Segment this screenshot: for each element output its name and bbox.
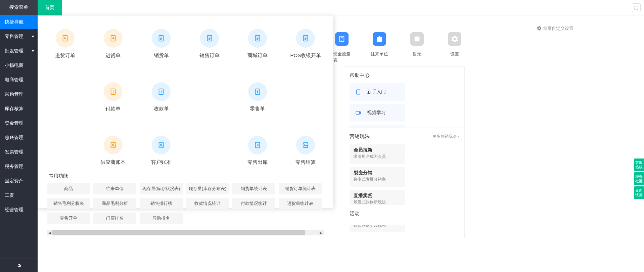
- common-fn-button[interactable]: 收款情况统计: [186, 198, 229, 209]
- common-fn-button[interactable]: 销售毛利分析表: [47, 198, 90, 209]
- tab-home[interactable]: 首页: [38, 0, 62, 15]
- common-fn-button[interactable]: 销售排行榜: [140, 198, 183, 209]
- marketing-title: 直播卖货: [354, 193, 401, 199]
- marketing-desc: 场景式购物新玩法: [354, 200, 386, 205]
- scroll-thumb[interactable]: [52, 230, 305, 235]
- common-fn-button[interactable]: 门店排名: [93, 213, 136, 224]
- flow-label: 零售单: [250, 106, 265, 112]
- tab-home-label: 首页: [45, 5, 54, 11]
- sidebar-item-0[interactable]: 快捷导航: [0, 15, 38, 29]
- sidebar-item-6[interactable]: 库存核算: [0, 101, 38, 116]
- scroll-track[interactable]: [52, 230, 318, 235]
- sidebar-settings-button[interactable]: [0, 259, 38, 272]
- common-fn-button[interactable]: 现存量(库存状况表): [140, 183, 183, 194]
- flow-node[interactable]: 收款单: [137, 82, 185, 112]
- common-functions-title: 常用功能: [41, 166, 330, 183]
- sidebar-item-7[interactable]: 资金管理: [0, 116, 38, 130]
- common-fn-button[interactable]: 往来单位: [93, 183, 136, 194]
- sidebar: 搜索菜单 快捷导航零售管理批发管理小畅电商电商管理采购管理库存核算资金管理总账管…: [0, 0, 38, 272]
- sidebar-item-label: 采购管理: [5, 91, 24, 97]
- svg-rect-17: [356, 111, 360, 115]
- common-fn-button[interactable]: 付款情况统计: [232, 198, 275, 209]
- sidebar-item-11[interactable]: 固定资产: [0, 174, 38, 188]
- flow-label: 客户账本: [151, 159, 171, 166]
- flow-label: 进货单: [105, 52, 121, 59]
- sidebar-item-9[interactable]: 发票管理: [0, 145, 38, 159]
- flow-icon: [248, 82, 267, 101]
- flow-node[interactable]: 销货单: [137, 29, 185, 59]
- sidebar-item-1[interactable]: 零售管理: [0, 29, 38, 44]
- scroll-left-button[interactable]: ◀: [47, 230, 52, 235]
- marketing-desc: 裂变式发展分销商: [354, 177, 386, 182]
- flow-label: 零售出库: [247, 159, 268, 166]
- flow-node[interactable]: 进货单: [89, 29, 137, 59]
- flow-node[interactable]: 付款单: [89, 82, 137, 112]
- float-tab[interactable]: 客服热线: [634, 158, 644, 171]
- flow-node[interactable]: 供应商账本: [89, 136, 137, 166]
- flow-icon: [104, 29, 123, 48]
- app-shortcut[interactable]: 设置: [446, 32, 463, 63]
- svg-point-10: [112, 144, 114, 145]
- sidebar-item-13[interactable]: 经营管理: [0, 202, 38, 217]
- scroll-right-button[interactable]: ▶: [318, 230, 324, 235]
- common-fn-button[interactable]: 销货单统计表: [232, 183, 275, 194]
- flow-node[interactable]: 进货订单: [41, 29, 89, 59]
- common-fn-button[interactable]: 现存量(库存分布表): [186, 183, 229, 194]
- app-shortcut[interactable]: 往来单位: [371, 32, 388, 63]
- app-icon: [335, 32, 349, 46]
- common-fn-button[interactable]: 进货单统计表: [279, 198, 322, 209]
- homepage-custom-settings-link[interactable]: 首页自定义设置: [537, 26, 573, 32]
- app-icon: [373, 32, 386, 46]
- app-shortcut[interactable]: 现金流量表: [333, 32, 351, 63]
- flow-node[interactable]: 客户账本: [137, 136, 185, 166]
- gear-icon: [16, 263, 22, 269]
- app-shortcut[interactable]: 暂无: [408, 32, 426, 63]
- sidebar-item-4[interactable]: 电商管理: [0, 73, 38, 87]
- sidebar-item-label: 库存核算: [5, 106, 24, 112]
- common-fn-button[interactable]: 零售开单: [47, 213, 90, 224]
- marketing-card[interactable]: 裂变分销裂变式发展分销商: [350, 167, 405, 187]
- common-fn-button[interactable]: 商品毛利分析: [93, 198, 136, 209]
- common-fn-button[interactable]: 销货订单统计表: [279, 183, 322, 194]
- flow-label: 收款单: [154, 106, 169, 112]
- common-fn-button[interactable]: 商品: [47, 183, 90, 194]
- sidebar-search[interactable]: 搜索菜单: [0, 0, 38, 15]
- flow-node[interactable]: 销售订单: [185, 29, 233, 59]
- flyout-scrollbar[interactable]: ◀ ▶: [47, 230, 324, 235]
- fullscreen-button[interactable]: [632, 3, 641, 12]
- sidebar-item-label: 工资: [5, 192, 14, 198]
- sidebar-item-5[interactable]: 采购管理: [0, 87, 38, 101]
- sidebar-item-8[interactable]: 总账管理: [0, 130, 38, 145]
- flow-node[interactable]: 零售结算: [282, 136, 330, 166]
- flow-node[interactable]: 零售出库: [233, 136, 281, 166]
- sidebar-item-label: 资金管理: [5, 120, 24, 126]
- flow-node[interactable]: 零售单: [233, 82, 281, 112]
- help-icon: [354, 87, 363, 97]
- sidebar-item-12[interactable]: 工资: [0, 188, 38, 202]
- chevron-down-icon: [32, 50, 34, 52]
- float-tab[interactable]: 服务社区: [634, 172, 644, 185]
- svg-rect-15: [415, 37, 420, 42]
- marketing-panel-title: 营销玩法: [350, 133, 370, 140]
- flow-node[interactable]: 商城订单: [233, 29, 281, 59]
- app-label: 设置: [450, 51, 459, 57]
- flow-label: 进货订单: [55, 52, 75, 59]
- marketing-title: 会员拉新: [354, 147, 401, 153]
- sidebar-item-2[interactable]: 批发管理: [0, 44, 38, 58]
- flow-icon: [248, 136, 267, 154]
- help-panel-title: 帮助中心: [350, 72, 370, 79]
- marketing-card[interactable]: 会员拉新吸引用户成为会员: [350, 144, 405, 164]
- sidebar-item-3[interactable]: 小畅电商: [0, 58, 38, 73]
- flow-node[interactable]: POS收银开单: [282, 29, 330, 59]
- help-card[interactable]: 新手入门: [350, 83, 405, 101]
- float-tab[interactable]: 桌面快捷: [634, 186, 644, 199]
- help-card[interactable]: 视频学习: [350, 104, 405, 122]
- flow-label: 销售订单: [199, 52, 220, 59]
- activity-panel: 活动: [344, 205, 465, 225]
- marketing-desc: 吸引用户成为会员: [354, 154, 386, 159]
- help-icon: [354, 108, 363, 118]
- help-label: 视频学习: [367, 110, 386, 116]
- marketing-more-link[interactable]: 更多营销玩法 ›: [432, 134, 459, 139]
- common-fn-button[interactable]: 导购排名: [140, 213, 183, 224]
- sidebar-item-10[interactable]: 税务管理: [0, 159, 38, 174]
